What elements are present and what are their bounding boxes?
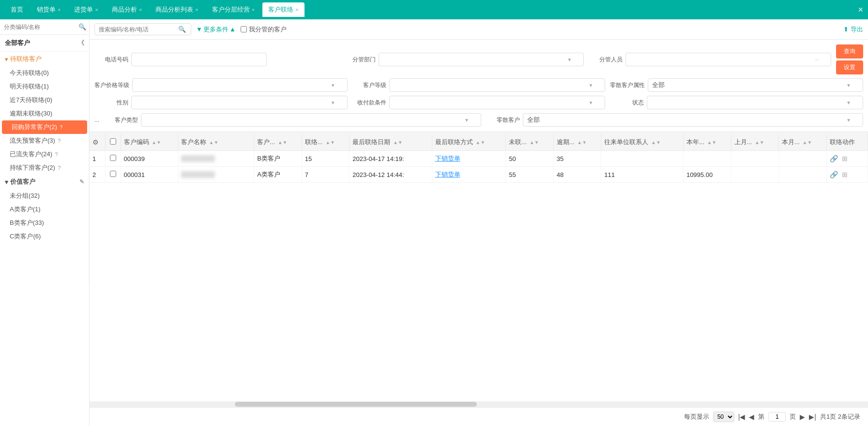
sort-last-contact-method-icon[interactable]: ▲▼ — [475, 140, 485, 145]
action-more-icon[interactable]: ⊞ — [842, 155, 848, 162]
sort-last-contact-date-icon[interactable]: ▲▼ — [393, 140, 403, 145]
dept-select[interactable]: ▼ — [379, 53, 584, 66]
close-customer-contact-icon[interactable]: × — [295, 7, 298, 13]
cell-last-contact-method[interactable]: 下销货单 — [432, 167, 506, 183]
nav-customer-contact[interactable]: 客户联络 × — [262, 2, 304, 17]
question-icon2: ? — [55, 151, 58, 157]
select-all-checkbox[interactable] — [110, 138, 116, 145]
sidebar-item-overdue[interactable]: 逾期未联络(30) — [0, 107, 89, 120]
my-customers-checkbox[interactable]: 我分管的客户 — [241, 25, 287, 34]
prev-page-button[interactable]: ◀ — [749, 413, 754, 421]
sidebar-item-declining[interactable]: 持续下滑客户(2) ? — [0, 161, 89, 175]
sidebar-search-icon[interactable]: 🔍 — [78, 23, 86, 30]
sidebar-search-input[interactable] — [4, 24, 76, 30]
settings-button[interactable]: 设置 — [836, 60, 863, 74]
search-input-wrap[interactable]: 🔍 — [94, 23, 191, 35]
sidebar-item-ungroup[interactable]: 未分组(32) — [0, 189, 89, 203]
window-close-button[interactable]: × — [858, 5, 863, 15]
nav-sales-order[interactable]: 销货单 × — [31, 2, 66, 17]
sort-uncontacted-icon[interactable]: ▲▼ — [530, 140, 539, 145]
sidebar-item-abnormal-repurchase[interactable]: 回购异常客户(2) ? — [2, 120, 87, 134]
settings-icon[interactable]: ⚙ — [92, 138, 99, 146]
th-checkbox[interactable] — [105, 134, 121, 151]
more-conditions-button[interactable]: ▼ 更多条件 ▲ — [196, 25, 236, 34]
chevron-down-icon8: ▼ — [331, 100, 335, 105]
filter-row-2: 客户价格等级 ▼ 客户等级 ▼ 零散客户属性 全部 — [94, 78, 863, 92]
export-button[interactable]: ⬆ 导出 — [843, 25, 863, 34]
search-icon[interactable]: 🔍 — [178, 26, 186, 33]
cell-checkbox[interactable] — [105, 151, 121, 167]
sidebar-item-7days[interactable]: 近7天待联络(0) — [0, 93, 89, 107]
action-link-icon[interactable]: 🔗 — [830, 155, 838, 162]
sidebar-item-class-a[interactable]: A类客户(1) — [0, 203, 89, 216]
main-layout: 🔍 全部客户 《 ▾ 待联络客户 今天待联络(0) 明天待联络(1) 近7天待联… — [0, 19, 868, 426]
customer-level-label: 客户等级 — [352, 81, 386, 89]
price-level-select[interactable]: ▼ — [132, 78, 348, 92]
phone-input[interactable] — [131, 53, 267, 66]
retail-attr-select[interactable]: 全部 ▼ — [648, 78, 863, 92]
horizontal-scrollbar[interactable] — [90, 401, 868, 407]
sidebar-item-today[interactable]: 今天待联络(0) — [0, 66, 89, 80]
horizontal-scrollbar-thumb[interactable] — [235, 402, 477, 407]
sort-type-icon[interactable]: ▲▼ — [278, 140, 288, 145]
cell-last-contact-date: 2023-04-17 14:19: — [350, 151, 432, 167]
sidebar-item-class-c[interactable]: C类客户(6) — [0, 230, 89, 243]
cell-action: 🔗 ⊞ — [826, 167, 868, 183]
search-input[interactable] — [99, 26, 176, 33]
first-page-button[interactable]: |◀ — [738, 413, 746, 421]
edit-icon[interactable]: ✎ — [79, 178, 84, 185]
query-button[interactable]: 查询 — [836, 44, 863, 59]
sidebar-item-tomorrow[interactable]: 明天待联络(1) — [0, 80, 89, 93]
action-link-icon[interactable]: 🔗 — [830, 171, 838, 178]
sort-unit-contact-icon[interactable]: ▲▼ — [651, 140, 661, 145]
person-select[interactable]: ··· — [625, 53, 831, 66]
table-area: ⚙ 客户编码 ▲▼ 客户名称 ▲▼ — [90, 134, 868, 401]
action-more-icon[interactable]: ⊞ — [842, 171, 848, 178]
cell-name — [178, 151, 254, 167]
customer-type-select[interactable]: ▼ — [141, 113, 481, 127]
filter-panel: 电话号码 分管部门 ▼ 分管人员 ··· — [90, 40, 868, 132]
sort-last-month-icon[interactable]: ▲▼ — [755, 140, 764, 145]
th-last-month: 上月... ▲▼ — [731, 134, 779, 151]
last-page-button[interactable]: ▶| — [809, 413, 816, 421]
sidebar-item-churned[interactable]: 已流失客户(24) ? — [0, 147, 89, 161]
customer-level-select[interactable]: ▼ — [389, 78, 606, 92]
close-purchase-order-icon[interactable]: × — [95, 7, 98, 13]
nav-home[interactable]: 首页 — [5, 2, 29, 17]
close-sales-order-icon[interactable]: × — [58, 7, 61, 13]
close-customer-tier-icon[interactable]: × — [252, 7, 255, 13]
chevron-down-icon4: ··· — [815, 57, 819, 62]
nav-product-analysis-list[interactable]: 商品分析列表 × — [150, 2, 204, 17]
sidebar-item-class-b[interactable]: B类客户(33) — [0, 216, 89, 230]
sidebar-section-value[interactable]: ▾ 价值客户 ✎ — [0, 175, 89, 189]
cell-checkbox[interactable] — [105, 167, 121, 183]
sort-name-icon[interactable]: ▲▼ — [209, 140, 219, 145]
sort-this-month-icon[interactable]: ▲▼ — [803, 140, 812, 145]
th-this-month: 本月... ▲▼ — [779, 134, 827, 151]
current-page-input[interactable] — [768, 412, 786, 422]
cell-last-contact-method[interactable]: 下销货单 — [432, 151, 506, 167]
cell-index: 2 — [90, 167, 105, 183]
sort-this-year-icon[interactable]: ▲▼ — [707, 140, 716, 145]
nav-purchase-order[interactable]: 进货单 × — [68, 2, 104, 17]
per-page-select[interactable]: 50 — [713, 411, 734, 422]
payment-select[interactable]: ▼ — [389, 96, 606, 109]
sidebar-section-pending[interactable]: ▾ 待联络客户 — [0, 52, 89, 66]
my-customers-input[interactable] — [241, 26, 247, 32]
nav-product-analysis[interactable]: 商品分析 × — [106, 2, 148, 17]
sort-code-icon[interactable]: ▲▼ — [152, 140, 161, 145]
sidebar-collapse-icon[interactable]: 《 — [78, 39, 84, 47]
nav-customer-tier[interactable]: 客户分层经营 × — [206, 2, 260, 17]
sort-overdue-icon[interactable]: ▲▼ — [577, 140, 587, 145]
filter-row-3: 性别 ▼ 收付款条件 ▼ 状态 — [94, 96, 863, 109]
th-settings[interactable]: ⚙ — [90, 134, 105, 151]
status-select[interactable]: ▼ — [647, 96, 863, 109]
gender-select[interactable]: ▼ — [131, 96, 348, 109]
sidebar-item-churn-warning[interactable]: 流失预警客户(3) ? — [0, 134, 89, 147]
close-product-analysis-list-icon[interactable]: × — [195, 7, 198, 13]
sort-contact-count-icon[interactable]: ▲▼ — [325, 140, 335, 145]
next-page-button[interactable]: ▶ — [800, 413, 805, 421]
retail-customer-select[interactable]: 全部 ▼ — [523, 113, 863, 127]
close-product-analysis-icon[interactable]: × — [139, 7, 142, 13]
cell-last-contact-date: 2023-04-12 14:44: — [350, 167, 432, 183]
